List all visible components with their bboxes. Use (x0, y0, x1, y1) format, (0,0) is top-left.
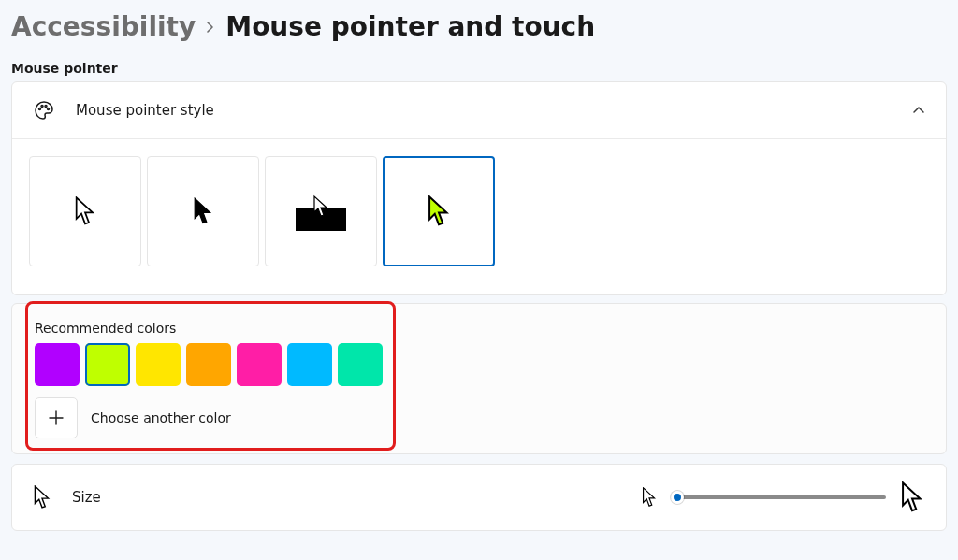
section-label-mouse-pointer: Mouse pointer (11, 61, 947, 76)
color-swatch-pink[interactable] (237, 343, 282, 386)
choose-another-color-row[interactable]: Choose another color (35, 397, 933, 438)
pointer-style-inverted[interactable] (265, 156, 377, 266)
choose-another-color-label: Choose another color (91, 410, 231, 425)
cursor-min-icon (641, 487, 658, 508)
recommended-colors-panel: Recommended colors Choose another color (11, 303, 947, 454)
color-swatch-purple[interactable] (35, 343, 80, 386)
cursor-max-icon (899, 481, 925, 513)
color-swatch-cyan[interactable] (287, 343, 332, 386)
color-swatch-yellow[interactable] (136, 343, 181, 386)
breadcrumb-current: Mouse pointer and touch (225, 11, 595, 42)
svg-point-1 (41, 106, 43, 108)
palette-icon (33, 99, 55, 122)
chevron-up-icon (912, 104, 925, 117)
cursor-small-icon (33, 485, 51, 510)
pointer-style-white[interactable] (29, 156, 141, 266)
color-swatch-lime[interactable] (85, 343, 130, 386)
breadcrumb: Accessibility Mouse pointer and touch (11, 11, 947, 42)
breadcrumb-parent[interactable]: Accessibility (11, 11, 196, 42)
size-card: Size (11, 464, 947, 531)
color-swatch-row (35, 343, 933, 386)
color-swatch-teal[interactable] (338, 343, 383, 386)
choose-color-button[interactable] (35, 397, 78, 438)
svg-point-3 (48, 108, 50, 110)
pointer-style-custom[interactable] (383, 156, 495, 266)
color-swatch-orange[interactable] (186, 343, 231, 386)
recommended-colors-label: Recommended colors (35, 321, 933, 336)
plus-icon (48, 409, 65, 426)
pointer-style-black[interactable] (147, 156, 259, 266)
mouse-pointer-style-card: Mouse pointer style (11, 81, 947, 295)
svg-point-0 (39, 108, 41, 110)
size-slider[interactable] (671, 495, 886, 499)
mouse-pointer-style-header[interactable]: Mouse pointer style (12, 82, 946, 138)
svg-point-2 (45, 106, 47, 108)
size-slider-thumb[interactable] (671, 491, 684, 504)
size-label: Size (72, 489, 620, 506)
mouse-pointer-style-title: Mouse pointer style (76, 102, 892, 119)
pointer-style-options (12, 139, 946, 294)
chevron-right-icon (205, 22, 216, 33)
